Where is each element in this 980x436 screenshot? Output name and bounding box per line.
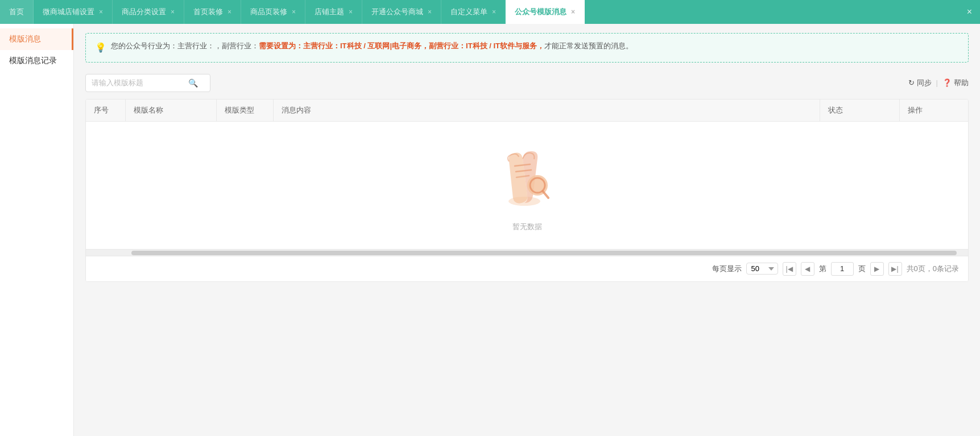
table-container: 序号模版名称模版类型消息内容状态操作 xyxy=(85,99,969,282)
search-box: 🔍 xyxy=(85,74,210,92)
close-tab-icon-shop-theme[interactable]: × xyxy=(349,8,353,16)
alert-text: 您的公众号行业为：主营行业：，副营行业：需要设置为：主营行业：IT科技 / 互联… xyxy=(111,40,633,52)
bulb-icon: 💡 xyxy=(95,40,106,55)
last-page-button[interactable]: ▶| xyxy=(888,262,902,276)
divider: | xyxy=(936,78,938,87)
alert-banner: 💡 您的公众号行业为：主营行业：，副营行业：需要设置为：主营行业：IT科技 / … xyxy=(85,33,969,63)
sync-icon: ↻ xyxy=(908,78,915,87)
page-suffix: 页 xyxy=(858,264,866,274)
close-tab-icon-home-decor[interactable]: × xyxy=(228,8,231,16)
pagination: 每页显示 50 10 20 100 |◀ ◀ 第 页 ▶ ▶| 共0页，0条记录 xyxy=(86,256,968,281)
th-name: 模版名称 xyxy=(126,99,217,121)
th-status: 状态 xyxy=(820,99,900,121)
close-tab-icon-open-mall[interactable]: × xyxy=(428,8,432,16)
svg-line-6 xyxy=(543,191,548,198)
close-tab-icon-custom-menu[interactable]: × xyxy=(492,8,496,16)
help-icon: ❓ xyxy=(942,78,952,87)
help-button[interactable]: ❓ 帮助 xyxy=(942,78,969,88)
nav-tab-template-msg[interactable]: 公众号模版消息 × xyxy=(506,0,585,24)
sync-label: 同步 xyxy=(917,78,932,88)
close-tab-icon-template-msg[interactable]: × xyxy=(571,8,575,16)
close-all-button[interactable]: × xyxy=(959,0,980,24)
total-label: 共0页，0条记录 xyxy=(907,264,959,274)
sidebar: 模版消息模版消息记录 xyxy=(0,24,74,436)
nav-tab-open-mall[interactable]: 开通公众号商城 × xyxy=(362,0,441,24)
nav-tab-custom-menu[interactable]: 自定义菜单 × xyxy=(441,0,506,24)
main-layout: 模版消息模版消息记录 💡 您的公众号行业为：主营行业：，副营行业：需要设置为：主… xyxy=(0,24,980,436)
horizontal-scrollbar[interactable] xyxy=(86,249,968,256)
nav-tab-wechat-shop[interactable]: 微商城店铺设置 × xyxy=(34,0,113,24)
close-tab-icon-wechat-shop[interactable]: × xyxy=(99,8,103,16)
empty-illustration xyxy=(493,144,561,213)
content-area: 💡 您的公众号行业为：主营行业：，副营行业：需要设置为：主营行业：IT科技 / … xyxy=(74,24,980,436)
prev-page-button[interactable]: ◀ xyxy=(801,262,814,276)
sync-button[interactable]: ↻ 同步 xyxy=(908,78,932,88)
th-index: 序号 xyxy=(86,99,126,121)
next-page-button[interactable]: ▶ xyxy=(870,262,884,276)
search-icon[interactable]: 🔍 xyxy=(188,78,198,88)
close-tab-icon-product-category[interactable]: × xyxy=(171,8,175,16)
sidebar-item-template-log[interactable]: 模版消息记录 xyxy=(0,50,73,72)
search-area: 🔍 ↻ 同步 | ❓ 帮助 xyxy=(85,74,969,92)
th-type: 模版类型 xyxy=(217,99,274,121)
nav-tab-home-decor[interactable]: 首页装修 × xyxy=(184,0,241,24)
sidebar-item-template-msg[interactable]: 模版消息 xyxy=(0,28,73,50)
nav-tab-product-decor[interactable]: 商品页装修 × xyxy=(241,0,305,24)
empty-text: 暂无数据 xyxy=(512,222,542,232)
table-header: 序号模版名称模版类型消息内容状态操作 xyxy=(86,99,968,122)
search-input[interactable] xyxy=(92,78,188,87)
page-number-input[interactable] xyxy=(831,262,854,276)
nav-tab-shop-theme[interactable]: 店铺主题 × xyxy=(305,0,362,24)
first-page-button[interactable]: |◀ xyxy=(783,262,796,276)
scrollbar-thumb[interactable] xyxy=(131,251,957,255)
th-content: 消息内容 xyxy=(274,99,820,121)
close-tab-icon-product-decor[interactable]: × xyxy=(292,8,296,16)
help-label: 帮助 xyxy=(954,78,969,88)
page-size-select[interactable]: 50 10 20 100 xyxy=(746,263,778,275)
page-label: 第 xyxy=(819,264,826,274)
nav-tab-home[interactable]: 首页 xyxy=(0,0,34,24)
th-action: 操作 xyxy=(900,99,968,121)
top-nav: 首页微商城店铺设置 ×商品分类设置 ×首页装修 ×商品页装修 ×店铺主题 ×开通… xyxy=(0,0,980,24)
toolbar-right: ↻ 同步 | ❓ 帮助 xyxy=(908,78,969,88)
page-size-label: 每页显示 xyxy=(712,264,742,274)
nav-tab-product-category[interactable]: 商品分类设置 × xyxy=(113,0,184,24)
empty-state: 暂无数据 xyxy=(86,122,968,249)
